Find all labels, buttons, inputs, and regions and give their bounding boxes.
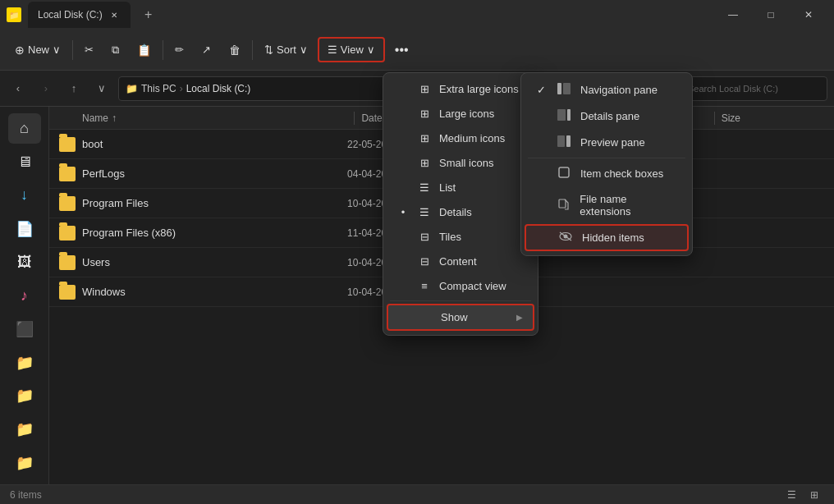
submenu-separator [528, 158, 685, 158]
extra-large-icons-item[interactable]: ⊞ Extra large icons [387, 77, 534, 101]
sort-button[interactable]: ⇅ Sort ∨ [256, 39, 316, 61]
view-dropdown-menu: ⊞ Extra large icons ⊞ Large icons ⊞ Medi… [383, 72, 538, 336]
navigation-pane-icon [556, 83, 572, 97]
column-size[interactable]: Size [715, 112, 834, 124]
small-icons-label: Small icons [439, 157, 493, 169]
svg-rect-0 [557, 83, 561, 94]
new-icon: ⊕ [15, 44, 25, 57]
details-icon: ☰ [418, 206, 431, 218]
svg-rect-4 [557, 135, 565, 147]
sidebar-item-folder2[interactable]: 📁 [8, 381, 41, 411]
back-button[interactable]: ‹ [7, 77, 30, 100]
show-submenu: ✓ Navigation pane Details pane Preview p… [520, 72, 693, 256]
app-icon: 📁 [7, 7, 21, 22]
paste-button[interactable]: 📋 [129, 39, 159, 62]
tab-close-button[interactable]: ✕ [108, 8, 121, 21]
sidebar-item-app1[interactable]: ⬛ [8, 314, 41, 344]
hidden-items-item[interactable]: Hidden items [525, 224, 689, 251]
title-bar: 📁 Local Disk (C:) ✕ + — □ ✕ [0, 0, 834, 30]
file-name-extensions-label: File name extensions [580, 193, 679, 218]
view-button[interactable]: ☰ View ∨ [318, 37, 385, 62]
share-button[interactable]: ↗ [194, 39, 219, 61]
new-button[interactable]: ⊕ New ∨ [7, 39, 69, 62]
toolbar-sep-3 [252, 40, 253, 60]
view-toggles: ☰ ⊞ [781, 487, 824, 503]
content-item[interactable]: ⊟ Content [387, 250, 534, 273]
compact-view-icon: ≡ [418, 280, 431, 292]
details-pane-item[interactable]: Details pane [525, 103, 689, 129]
content-label: Content [439, 255, 477, 268]
navigation-pane-item[interactable]: ✓ Navigation pane [525, 77, 689, 103]
sort-label: Sort [277, 44, 296, 56]
sidebar-item-home[interactable]: ⌂ [8, 113, 41, 144]
rename-button[interactable]: ✏ [167, 39, 192, 61]
path-current: Local Disk (C:) [186, 83, 251, 94]
more-button[interactable]: ••• [387, 38, 417, 62]
list-item[interactable]: ☰ List [387, 176, 534, 199]
sort-asc-icon: ↑ [112, 112, 117, 124]
file-name: PerfLogs [82, 167, 125, 180]
medium-icons-label: Medium icons [439, 132, 505, 144]
recent-locations-button[interactable]: ∨ [90, 77, 113, 100]
sidebar-item-folder4[interactable]: 📁 [8, 447, 41, 478]
content-icon: ⊟ [418, 255, 431, 268]
small-icons-icon: ⊞ [418, 157, 431, 169]
new-dropdown-icon: ∨ [53, 44, 61, 56]
cut-icon: ✂ [85, 44, 94, 56]
sidebar-item-folder1[interactable]: 📁 [8, 347, 41, 378]
sidebar-item-music[interactable]: ♪ [8, 281, 41, 311]
close-button[interactable]: ✕ [790, 0, 827, 30]
sidebar-item-pc[interactable]: 🖥 [8, 147, 41, 177]
column-name[interactable]: Name ↑ [49, 112, 354, 124]
svg-rect-5 [566, 135, 571, 147]
large-icons-label: Large icons [439, 108, 494, 120]
status-bar: 6 items ☰ ⊞ [0, 484, 834, 504]
up-button[interactable]: ↑ [62, 77, 85, 100]
view-label: View [341, 44, 364, 56]
file-name-extensions-item[interactable]: File name extensions [525, 187, 689, 223]
compact-view-item[interactable]: ≡ Compact view [387, 274, 534, 298]
show-item[interactable]: Show ▶ [387, 304, 534, 331]
grid-view-toggle[interactable]: ⊞ [804, 487, 824, 503]
copy-button[interactable]: ⧉ [103, 39, 127, 62]
file-name-cell: Users [49, 255, 341, 270]
path-icon: 📁 [126, 83, 138, 94]
file-name: Windows [82, 286, 126, 298]
details-pane-icon [556, 109, 572, 123]
forward-button[interactable]: › [34, 77, 57, 100]
path-root: This PC [141, 83, 176, 94]
folder-icon [59, 255, 76, 270]
new-tab-button[interactable]: + [137, 3, 160, 26]
navigation-pane-label: Navigation pane [580, 84, 658, 96]
sidebar-item-downloads[interactable]: ↓ [8, 180, 41, 210]
minimize-button[interactable]: — [714, 0, 752, 30]
maximize-button[interactable]: □ [752, 0, 790, 30]
show-arrow-icon: ▶ [516, 313, 523, 322]
file-name-cell: Program Files [49, 196, 341, 211]
svg-rect-3 [567, 109, 571, 121]
small-icons-item[interactable]: ⊞ Small icons [387, 151, 534, 175]
toolbar: ⊕ New ∨ ✂ ⧉ 📋 ✏ ↗ 🗑 ⇅ Sort ∨ ☰ View ∨ ••… [0, 30, 834, 71]
folder-icon [59, 285, 76, 300]
sidebar-item-folder3[interactable]: 📁 [8, 415, 41, 445]
sidebar-item-pictures[interactable]: 🖼 [8, 247, 41, 277]
svg-rect-6 [559, 167, 569, 177]
details-item[interactable]: • ☰ Details [387, 200, 534, 224]
delete-button[interactable]: 🗑 [221, 39, 249, 62]
sidebar-item-documents[interactable]: 📄 [8, 213, 41, 244]
view-dropdown-icon: ∨ [367, 44, 375, 56]
medium-icons-item[interactable]: ⊞ Medium icons [387, 126, 534, 150]
svg-rect-7 [559, 199, 566, 208]
item-check-boxes-item[interactable]: Item check boxes [525, 161, 689, 186]
preview-pane-item[interactable]: Preview pane [525, 130, 689, 155]
folder-icon [59, 226, 76, 241]
list-view-toggle[interactable]: ☰ [781, 487, 801, 503]
cut-button[interactable]: ✂ [76, 39, 102, 61]
paste-icon: 📋 [137, 44, 151, 57]
active-tab[interactable]: Local Disk (C:) ✕ [28, 2, 131, 28]
file-name-cell: PerfLogs [49, 167, 341, 181]
medium-icons-icon: ⊞ [418, 132, 431, 144]
list-label: List [439, 181, 456, 194]
tiles-item[interactable]: ⊟ Tiles [387, 225, 534, 249]
large-icons-item[interactable]: ⊞ Large icons [387, 102, 534, 126]
